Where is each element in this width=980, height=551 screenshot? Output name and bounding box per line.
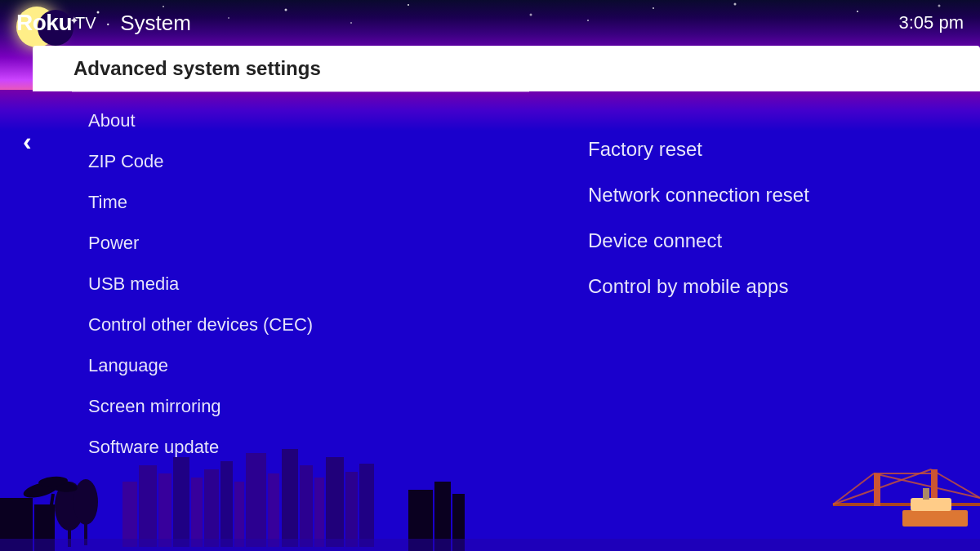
roku-tv: TV: [75, 14, 96, 33]
back-button[interactable]: ‹: [23, 127, 32, 157]
right-menu-device-connect[interactable]: Device connect: [572, 218, 939, 264]
panel-title: Advanced system settings: [74, 57, 321, 79]
header-section: System: [120, 11, 191, 36]
roku-logo: Roku TV: [16, 10, 96, 36]
header-time: 3:05 pm: [899, 12, 964, 33]
right-menu-network-reset[interactable]: Network connection reset: [572, 172, 939, 218]
title-bar[interactable]: Advanced system settings: [33, 46, 980, 91]
right-panel: Factory reset Network connection reset D…: [572, 127, 939, 309]
right-menu-factory-reset[interactable]: Factory reset: [572, 127, 939, 172]
header-separator: ·: [106, 14, 111, 33]
roku-brand: Roku: [16, 10, 72, 36]
header: Roku TV · System 3:05 pm: [0, 0, 980, 46]
content: Roku TV · System 3:05 pm ‹ Advanced syst…: [0, 0, 980, 551]
right-menu-mobile-apps[interactable]: Control by mobile apps: [572, 264, 939, 309]
menu-item-cec[interactable]: Control other devices (CEC): [72, 304, 980, 345]
menu-item-screen-mirroring[interactable]: Screen mirroring: [72, 386, 980, 427]
menu-item-language[interactable]: Language: [72, 345, 980, 386]
menu-item-software-update[interactable]: Software update: [72, 427, 980, 468]
